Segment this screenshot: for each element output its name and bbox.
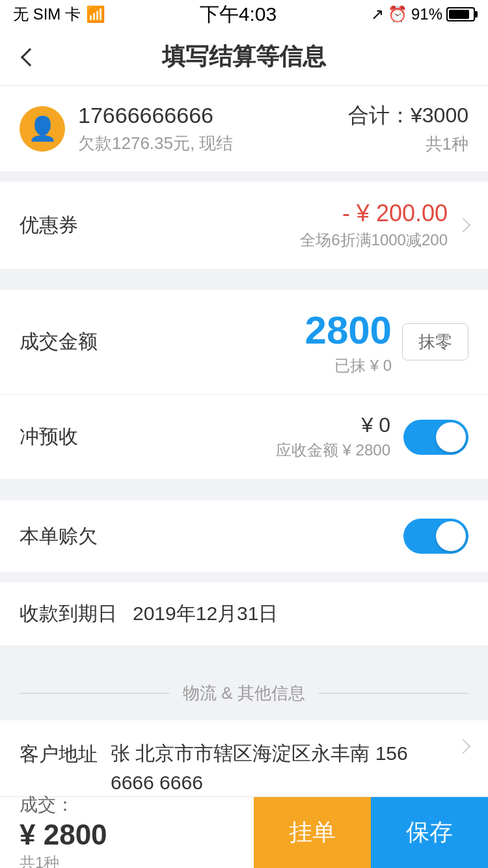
- coupon-row[interactable]: 优惠券 - ¥ 200.00 全场6折满1000减200: [0, 182, 488, 269]
- save-button[interactable]: 保存: [371, 797, 488, 869]
- bottom-bar: 成交： ¥ 2800 共1种 挂单 保存: [0, 796, 488, 868]
- address-value: 张 北京市市辖区海淀区永丰南 156 6666 6666: [111, 739, 440, 797]
- battery-percent: 91%: [411, 5, 442, 23]
- prepay-amount-wrap: ¥ 0 应收金额 ¥ 2800: [276, 413, 390, 461]
- user-sub-text: 欠款1276.35元, 现结: [78, 132, 233, 155]
- erased-wrap: 2800 已抹 ¥ 0: [305, 308, 392, 376]
- avatar-icon: 👤: [28, 115, 57, 142]
- bottom-count: 共1种: [20, 852, 234, 869]
- coupon-label: 优惠券: [20, 212, 78, 239]
- coupon-right: - ¥ 200.00 全场6折满1000减200: [300, 200, 468, 251]
- back-icon: [21, 47, 39, 66]
- status-bar: 无 SIM 卡 📶 下午4:03 ↗ ⏰ 91%: [0, 0, 488, 29]
- debt-row: 本单赊欠: [0, 500, 488, 572]
- logistics-title: 物流 & 其他信息: [183, 682, 305, 705]
- back-button[interactable]: [16, 43, 44, 72]
- hang-button[interactable]: 挂单: [254, 797, 371, 869]
- total-count: 共1种: [348, 133, 468, 156]
- wifi-icon: 📶: [86, 5, 105, 23]
- bottom-amount: ¥ 2800: [20, 819, 234, 851]
- prepay-row: 冲预收 ¥ 0 应收金额 ¥ 2800: [0, 395, 488, 480]
- total-amount: 合计：¥3000: [348, 102, 468, 130]
- prepay-toggle[interactable]: [403, 420, 468, 455]
- deal-amount-row: 成交金额 2800 已抹 ¥ 0 抹零: [0, 290, 488, 395]
- avatar: 👤: [20, 106, 65, 152]
- bottom-left: 成交： ¥ 2800 共1种: [0, 793, 254, 869]
- prepay-toggle-knob: [436, 422, 466, 452]
- coupon-value-wrap: - ¥ 200.00 全场6折满1000减200: [300, 200, 448, 251]
- logistics-line-right: [318, 693, 468, 694]
- section-divider-2: [0, 490, 488, 500]
- user-right: 合计：¥3000 共1种: [348, 102, 468, 156]
- logistics-line-left: [20, 693, 170, 694]
- deal-amount-value: 2800: [305, 308, 392, 352]
- prepay-right: ¥ 0 应收金额 ¥ 2800: [276, 413, 468, 461]
- address-label: 客户地址: [20, 741, 98, 768]
- prepay-amount: ¥ 0: [276, 413, 390, 437]
- battery-icon: [446, 7, 475, 21]
- user-info: 17666666666 欠款1276.35元, 现结: [78, 103, 233, 155]
- nav-bar: 填写结算等信息: [0, 29, 488, 86]
- user-left: 👤 17666666666 欠款1276.35元, 现结: [20, 103, 233, 155]
- prepay-desc: 应收金额 ¥ 2800: [276, 440, 390, 461]
- page-title: 填写结算等信息: [162, 41, 326, 73]
- debt-toggle-knob: [436, 521, 466, 551]
- alarm-icon: ⏰: [388, 5, 407, 23]
- debt-toggle[interactable]: [403, 519, 468, 554]
- deal-amount-section: 成交金额 2800 已抹 ¥ 0 抹零 冲预收 ¥ 0 应收金额 ¥ 2800: [0, 290, 488, 480]
- user-phone: 17666666666: [78, 103, 233, 128]
- deal-amount-value-wrap: 2800 已抹 ¥ 0 抹零: [305, 308, 468, 376]
- section-divider-3: [0, 656, 488, 666]
- chevron-right-icon: [456, 218, 471, 233]
- status-bar-time: 下午4:03: [200, 1, 277, 28]
- bottom-deal-label: 成交：: [20, 793, 234, 817]
- logistics-header: 物流 & 其他信息: [0, 666, 488, 720]
- address-chevron-right: [456, 739, 471, 754]
- section-divider-1: [0, 279, 488, 290]
- user-card: 👤 17666666666 欠款1276.35元, 现结 合计：¥3000 共1…: [0, 86, 488, 171]
- debt-label: 本单赊欠: [20, 523, 98, 550]
- location-icon: ↗: [371, 5, 384, 23]
- deal-amount-label: 成交金额: [20, 329, 98, 355]
- coupon-desc: 全场6折满1000减200: [300, 230, 448, 251]
- status-bar-right: ↗ ⏰ 91%: [371, 5, 475, 23]
- carrier-text: 无 SIM 卡: [13, 4, 81, 25]
- address-chevron-icon: [453, 741, 468, 752]
- erased-text: 已抹 ¥ 0: [305, 355, 392, 376]
- prepay-label: 冲预收: [20, 424, 78, 450]
- duedate-label: 收款到期日: [20, 601, 117, 627]
- content: 👤 17666666666 欠款1276.35元, 现结 合计：¥3000 共1…: [0, 86, 488, 868]
- duedate-value: 2019年12月31日: [133, 601, 278, 627]
- round-zero-button[interactable]: 抹零: [402, 323, 468, 360]
- coupon-amount: - ¥ 200.00: [300, 200, 448, 227]
- status-bar-left: 无 SIM 卡 📶: [13, 4, 105, 25]
- duedate-row: 收款到期日 2019年12月31日: [0, 582, 488, 645]
